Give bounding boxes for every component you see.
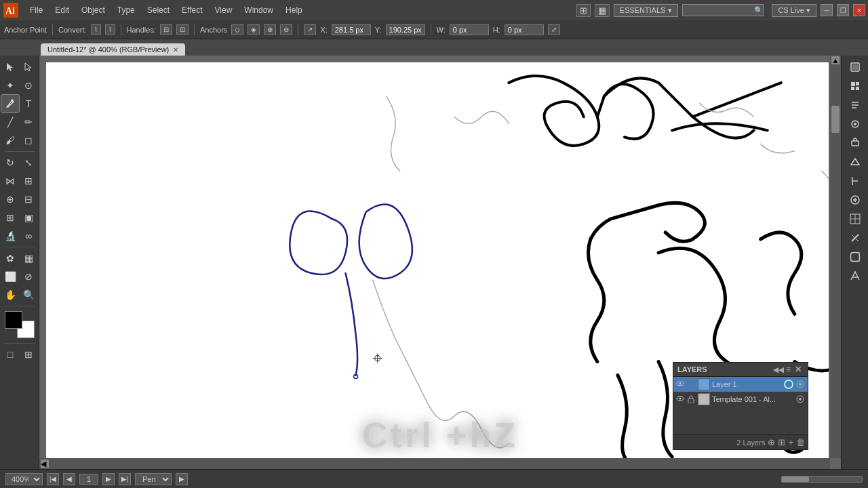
right-panel-btn-12[interactable] [846,267,864,285]
layer-row-1[interactable]: Layer 1 [673,377,808,392]
menu-help[interactable]: Help [280,3,308,18]
page-number-input[interactable] [79,474,98,485]
menu-edit[interactable]: Edit [50,3,75,18]
h-input[interactable] [505,24,544,35]
handles-btn1[interactable]: ⊡ [160,24,172,35]
right-panel-btn-8[interactable] [846,191,864,209]
document-tab[interactable]: Untitled-12* @ 400% (RGB/Preview) ✕ [41,43,185,56]
right-panel-btn-1[interactable] [846,58,864,76]
menu-file[interactable]: File [24,3,48,18]
chart-btn[interactable]: ▦ [20,249,37,267]
layers-menu-btn[interactable]: ≡ [784,365,793,374]
perspective-btn[interactable]: ⊟ [20,190,37,208]
anchors-btn3[interactable]: ⊕ [264,24,276,35]
y-input[interactable] [386,24,425,35]
make-clip-mask-btn[interactable]: ⊕ [768,437,775,447]
vertical-scrollbar[interactable]: ▲ [830,56,841,458]
delete-layer-btn[interactable]: 🗑 [796,437,805,447]
eraser-btn[interactable]: ◻ [20,131,37,149]
selection-tool-btn[interactable] [1,58,19,76]
rotate-btn[interactable]: ↻ [1,154,19,171]
paintbrush-btn[interactable]: 🖌 [1,131,19,149]
create-new-sublayer-btn[interactable]: ⊞ [778,437,785,447]
pencil-tool-btn[interactable]: ✏ [20,113,37,131]
essentials-btn[interactable]: ESSENTIALS ▾ [614,4,679,17]
fullscreen-btn[interactable]: ⊞ [20,346,37,363]
artboard-btn[interactable]: ⬜ [1,268,19,285]
color-selector[interactable] [5,311,35,338]
screen-mode-btn2[interactable]: □ [1,346,19,363]
right-panel-btn-4[interactable] [846,115,864,133]
zoom-tool-btn[interactable]: 🔍 [20,286,37,304]
horizontal-scrollbar[interactable]: ◀ [39,458,830,469]
convert-btn2[interactable]: ⌇ [105,24,115,35]
direct-select-tool-btn[interactable] [20,58,37,76]
screen-mode-btn[interactable]: ▦ [595,4,610,17]
right-panel-btn-11[interactable] [846,248,864,266]
right-panel-btn-3[interactable] [846,96,864,114]
gradient-btn[interactable]: ▣ [20,209,37,226]
minimize-btn[interactable]: ─ [821,4,833,16]
pen-tool-btn[interactable] [1,95,19,113]
zoom-select[interactable]: 400% [5,473,43,485]
layer-row-2[interactable]: Template 001 - Al... [673,392,808,407]
close-btn[interactable]: ✕ [853,4,865,16]
shape-builder-btn[interactable]: ⊕ [1,190,19,208]
tool-mode-arrow-btn[interactable]: ▶ [176,473,188,485]
slice-btn[interactable]: ⊘ [20,268,37,285]
lasso-btn[interactable]: ⊙ [20,77,37,94]
layer-visibility-1[interactable] [676,380,686,389]
mesh-btn[interactable]: ⊞ [1,209,19,226]
menu-view[interactable]: View [210,3,238,18]
w-input[interactable] [450,24,489,35]
transform-options-btn[interactable]: ⤢ [548,24,560,35]
right-panel-btn-2[interactable] [846,77,864,95]
prev-page-btn[interactable]: ◀ [63,473,75,485]
eyedropper-btn[interactable]: 🔬 [1,227,19,245]
menu-effect[interactable]: Effect [176,3,208,18]
anchors-btn4[interactable]: ⊖ [280,24,292,35]
magic-wand-btn[interactable]: ✦ [1,77,19,94]
hand-btn[interactable]: ✋ [1,286,19,304]
convert-btn1[interactable]: ⌇ [91,24,101,35]
restore-btn[interactable]: ❐ [837,4,849,16]
right-panel-btn-7[interactable] [846,172,864,190]
line-tool-btn[interactable]: ╱ [1,113,19,131]
handles-btn2[interactable]: ⊡ [176,24,189,35]
anchors-btn2[interactable]: ◈ [248,24,260,35]
right-panel-btn-6[interactable] [846,153,864,171]
blend-btn[interactable]: ∞ [20,227,37,245]
warp-btn[interactable]: ⋈ [1,172,19,190]
scroll-up-btn[interactable]: ▲ [831,56,840,64]
tool-mode-select[interactable]: Pen [135,473,172,485]
menu-object[interactable]: Object [76,3,111,18]
last-page-btn[interactable]: ▶| [119,473,131,485]
menu-type[interactable]: Type [112,3,140,18]
scale-btn[interactable]: ⤡ [20,154,37,171]
status-scrollbar[interactable] [781,476,863,483]
x-input[interactable] [332,24,371,35]
tab-close-btn[interactable]: ✕ [173,46,178,54]
symbol-btn[interactable]: ✿ [1,249,19,267]
right-panel-btn-5[interactable] [846,134,864,152]
cs-live-btn[interactable]: CS Live ▾ [772,4,816,17]
anchors-btn1[interactable]: ◇ [231,24,243,35]
first-page-btn[interactable]: |◀ [47,473,59,485]
layers-collapse-btn[interactable]: ◀◀ [773,366,784,373]
create-new-layer-btn[interactable]: + [788,437,793,447]
scroll-thumb[interactable] [831,106,840,133]
foreground-color-box[interactable] [5,311,22,329]
status-scroll-thumb[interactable] [782,476,809,482]
type-tool-btn[interactable]: T [20,95,37,113]
search-input[interactable] [682,4,764,16]
artboard-mode-btn[interactable]: ⊞ [576,4,591,17]
right-panel-btn-10[interactable] [846,229,864,247]
arrow-transform-btn[interactable]: ↗ [304,24,316,35]
layer-visibility-2[interactable] [676,394,686,404]
menu-select[interactable]: Select [142,3,175,18]
free-transform-btn[interactable]: ⊞ [20,172,37,190]
right-panel-btn-9[interactable] [846,210,864,228]
scroll-left-btn[interactable]: ◀ [41,460,49,468]
next-page-btn[interactable]: ▶ [102,473,115,485]
menu-window[interactable]: Window [239,3,279,18]
